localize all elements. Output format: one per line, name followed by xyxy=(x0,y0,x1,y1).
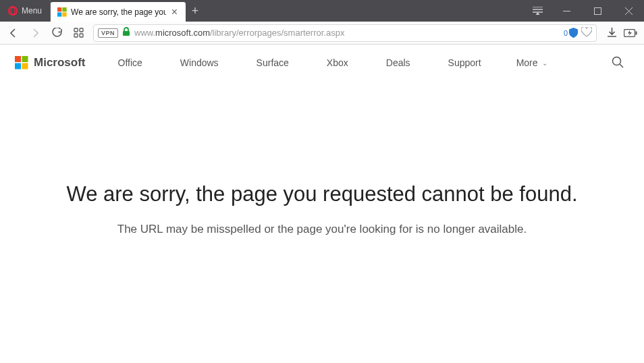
svg-rect-3 xyxy=(62,7,66,11)
chevron-down-icon: ⌄ xyxy=(542,59,547,67)
window-minimize-button[interactable] xyxy=(551,0,582,22)
lock-icon[interactable] xyxy=(122,27,130,38)
window-close-button[interactable] xyxy=(613,0,644,22)
shield-icon xyxy=(569,28,578,38)
opera-logo-icon xyxy=(8,6,18,16)
svg-rect-16 xyxy=(636,31,637,34)
svg-rect-18 xyxy=(22,56,28,62)
nav-xbox[interactable]: Xbox xyxy=(309,57,366,68)
bookmark-heart-icon[interactable] xyxy=(581,27,592,39)
speed-dial-button[interactable] xyxy=(69,24,88,42)
svg-rect-14 xyxy=(123,31,130,36)
back-button[interactable] xyxy=(4,24,23,42)
browser-tab[interactable]: We are sorry, the page you × xyxy=(51,2,186,22)
reload-button[interactable] xyxy=(47,24,66,42)
opera-menu-label: Menu xyxy=(22,6,42,16)
tab-close-icon[interactable]: × xyxy=(170,6,179,18)
tab-title: We are sorry, the page you xyxy=(71,7,166,17)
error-panel: We are sorry, the page you requested can… xyxy=(0,81,644,236)
ad-block-badge[interactable]: 0 xyxy=(564,28,578,38)
svg-rect-13 xyxy=(80,34,83,37)
svg-rect-7 xyxy=(594,7,601,14)
svg-point-0 xyxy=(9,7,17,15)
nav-windows[interactable]: Windows xyxy=(163,57,236,68)
browser-toolbar: VPN www.microsoft.com/library/errorpages… xyxy=(0,22,644,45)
search-icon[interactable] xyxy=(606,56,629,70)
microsoft-logo[interactable]: Microsoft xyxy=(15,56,86,69)
site-header: Microsoft Office Windows Surface Xbox De… xyxy=(0,45,644,81)
svg-rect-5 xyxy=(62,12,66,16)
downloads-button[interactable] xyxy=(602,24,621,42)
svg-rect-17 xyxy=(15,56,21,62)
address-bar[interactable]: VPN www.microsoft.com/library/errorpages… xyxy=(93,24,597,42)
error-heading: We are sorry, the page you requested can… xyxy=(27,182,617,206)
svg-rect-11 xyxy=(80,28,83,32)
battery-saver-button[interactable] xyxy=(621,24,640,42)
svg-rect-2 xyxy=(57,7,61,11)
nav-office[interactable]: Office xyxy=(101,57,160,68)
url-text: www.microsoft.com/library/errorpages/sma… xyxy=(134,28,560,38)
page-viewport[interactable]: Microsoft Office Windows Surface Xbox De… xyxy=(0,45,644,363)
microsoft-flag-icon xyxy=(15,56,28,69)
opera-menu-button[interactable]: Menu xyxy=(0,0,51,22)
forward-button xyxy=(26,24,45,42)
error-subtext: The URL may be misspelled or the page yo… xyxy=(27,223,617,236)
nav-surface[interactable]: Surface xyxy=(239,57,306,68)
svg-line-22 xyxy=(620,64,623,67)
window-maximize-button[interactable] xyxy=(582,0,613,22)
svg-point-1 xyxy=(11,7,15,15)
svg-point-21 xyxy=(613,57,621,65)
svg-rect-19 xyxy=(15,63,21,69)
nav-deals[interactable]: Deals xyxy=(369,57,428,68)
window-titlebar: Menu We are sorry, the page you × + xyxy=(0,0,644,22)
svg-rect-20 xyxy=(22,63,28,69)
svg-rect-4 xyxy=(57,12,61,16)
svg-rect-12 xyxy=(74,34,78,37)
sidebar-extension-icon[interactable] xyxy=(524,0,551,22)
microsoft-favicon-icon xyxy=(57,7,67,17)
nav-more[interactable]: More ⌄ xyxy=(502,57,562,68)
nav-support[interactable]: Support xyxy=(431,57,499,68)
microsoft-wordmark: Microsoft xyxy=(34,56,86,69)
vpn-badge[interactable]: VPN xyxy=(98,28,118,38)
svg-rect-10 xyxy=(74,28,78,32)
new-tab-button[interactable]: + xyxy=(186,0,205,22)
